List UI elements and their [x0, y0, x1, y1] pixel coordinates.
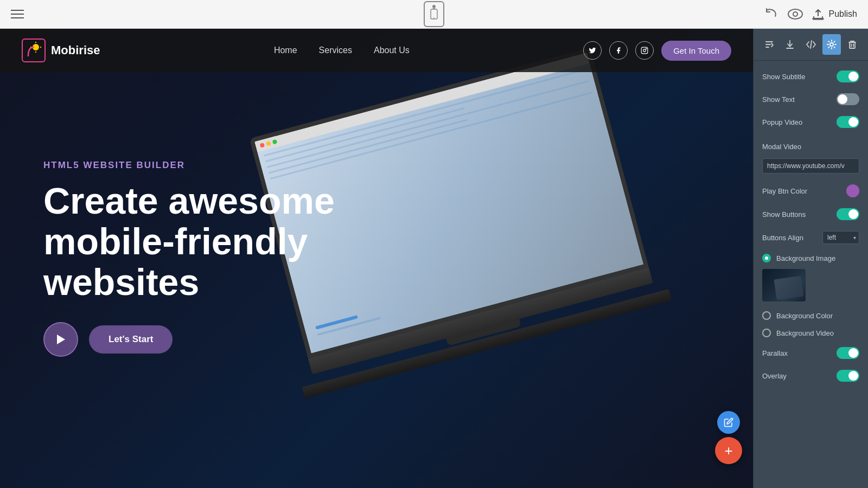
bg-color-label: Background Color: [776, 312, 833, 320]
show-buttons-toggle[interactable]: [837, 208, 859, 220]
bg-color-row: Background Color: [754, 307, 868, 324]
facebook-icon[interactable]: [609, 41, 628, 60]
play-btn-color-swatch[interactable]: [846, 184, 859, 197]
parallax-toggle[interactable]: [837, 347, 859, 359]
fab-add-button[interactable]: +: [715, 437, 742, 464]
svg-point-13: [646, 48, 647, 49]
popup-video-row: Popup Video: [754, 111, 868, 133]
hero-subtitle: HTML5 WEBSITE BUILDER: [43, 160, 423, 171]
hero-content: HTML5 WEBSITE BUILDER Create awesome mob…: [43, 160, 423, 356]
get-in-touch-button[interactable]: Get In Touch: [661, 41, 731, 61]
preview-icon[interactable]: [788, 7, 803, 22]
hero-section: HTML5 WEBSITE BUILDER Create awesome mob…: [0, 29, 753, 488]
toolbar-gear-button[interactable]: [822, 34, 841, 55]
mobile-preview-icon[interactable]: [424, 1, 444, 27]
svg-rect-21: [850, 42, 855, 48]
toolbar-download-button[interactable]: [781, 34, 799, 55]
settings-content: Show Subtitle Show Text Popup Video Moda…: [754, 61, 868, 488]
popup-video-toggle[interactable]: [837, 116, 859, 128]
play-btn-color-row: Play Btn Color: [754, 179, 868, 203]
top-bar: Publish: [0, 0, 868, 29]
show-text-label: Show Text: [762, 95, 795, 104]
screen-line-3: [267, 80, 589, 168]
twitter-icon[interactable]: [583, 41, 602, 60]
svg-point-3: [788, 9, 802, 19]
show-buttons-label: Show Buttons: [762, 210, 806, 219]
screen-line-1: [264, 69, 586, 157]
buttons-align-label: Buttons Align: [762, 234, 803, 242]
show-subtitle-label: Show Subtitle: [762, 73, 806, 81]
modal-video-input[interactable]: [762, 158, 859, 174]
screen-dot-yellow: [266, 141, 271, 146]
nav-bar: Mobirise Home Services About Us Get In T…: [0, 29, 753, 72]
scroll-spacer: [754, 387, 868, 409]
settings-toolbar: [754, 29, 868, 61]
nav-services-link[interactable]: Services: [319, 46, 352, 55]
buttons-align-row: Buttons Align left center right: [754, 226, 868, 249]
logo-svg: [25, 42, 42, 59]
main-area: HTML5 WEBSITE BUILDER Create awesome mob…: [0, 29, 868, 488]
bg-video-row: Background Video: [754, 324, 868, 342]
bg-video-label: Background Video: [776, 329, 834, 337]
thumbnail-laptop: [774, 276, 804, 300]
publish-label: Publish: [829, 9, 857, 19]
hamburger-menu[interactable]: [11, 10, 24, 18]
svg-rect-0: [431, 9, 437, 19]
publish-button[interactable]: Publish: [812, 8, 857, 20]
nav-links: Home Services About Us: [274, 46, 410, 55]
logo-icon: [22, 38, 46, 62]
svg-rect-11: [641, 47, 648, 54]
undo-icon[interactable]: [764, 7, 779, 22]
show-subtitle-toggle[interactable]: [837, 70, 859, 82]
overlay-toggle[interactable]: [837, 370, 859, 382]
start-button[interactable]: Let's Start: [89, 325, 173, 354]
svg-point-4: [793, 12, 797, 16]
overlay-row: Overlay: [754, 364, 868, 387]
parallax-row: Parallax: [754, 342, 868, 364]
bg-thumbnail-inner: [762, 269, 806, 301]
svg-point-12: [643, 49, 646, 52]
instagram-icon[interactable]: [635, 41, 654, 60]
toolbar-trash-button[interactable]: [843, 34, 861, 55]
buttons-align-select[interactable]: left center right: [822, 231, 859, 244]
toolbar-sort-button[interactable]: [760, 34, 778, 55]
screen-dot-green: [272, 139, 278, 145]
top-bar-right: Publish: [764, 7, 857, 22]
bg-color-radio[interactable]: [762, 311, 771, 320]
show-subtitle-row: Show Subtitle: [754, 65, 868, 88]
svg-point-1: [433, 18, 435, 19]
buttons-align-dropdown-wrapper: left center right: [822, 231, 859, 244]
bg-thumbnail[interactable]: [762, 269, 806, 301]
nav-about-link[interactable]: About Us: [374, 46, 410, 55]
nav-logo-text: Mobirise: [51, 43, 100, 57]
settings-panel: Show Subtitle Show Text Popup Video Moda…: [753, 29, 868, 488]
screen-dot-red: [259, 143, 265, 148]
show-buttons-row: Show Buttons: [754, 203, 868, 226]
svg-point-20: [830, 43, 833, 46]
toolbar-code-button[interactable]: [801, 34, 820, 55]
svg-marker-5: [57, 335, 65, 344]
popup-video-label: Popup Video: [762, 118, 802, 126]
bg-image-radio[interactable]: [762, 254, 771, 262]
hero-buttons: Let's Start: [43, 322, 423, 357]
bg-video-radio[interactable]: [762, 329, 771, 337]
bg-image-row: Background Image: [754, 249, 868, 267]
hero-title: Create awesome mobile-friendly websites: [43, 181, 423, 302]
play-btn-color-label: Play Btn Color: [762, 187, 807, 195]
modal-video-row: Modal Video: [754, 133, 868, 155]
nav-home-link[interactable]: Home: [274, 46, 297, 55]
play-button[interactable]: [43, 322, 78, 357]
top-bar-left: [11, 10, 24, 18]
nav-logo: Mobirise: [22, 38, 100, 62]
svg-line-19: [810, 41, 812, 48]
show-text-toggle[interactable]: [837, 93, 859, 105]
bg-image-label: Background Image: [776, 254, 835, 262]
nav-actions: Get In Touch: [583, 41, 731, 61]
overlay-label: Overlay: [762, 372, 787, 380]
modal-video-label: Modal Video: [762, 143, 801, 151]
parallax-label: Parallax: [762, 349, 788, 357]
show-text-row: Show Text: [754, 88, 868, 111]
fab-edit-button[interactable]: [717, 411, 740, 434]
modal-video-input-row: [754, 155, 868, 179]
website-preview: HTML5 WEBSITE BUILDER Create awesome mob…: [0, 29, 753, 488]
